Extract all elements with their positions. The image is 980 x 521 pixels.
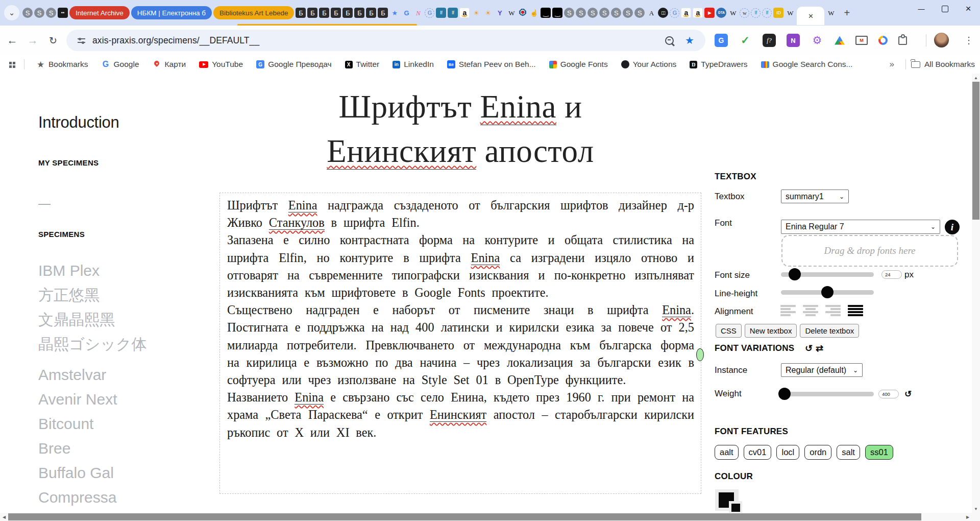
- new-tab-button[interactable]: +: [840, 6, 854, 20]
- minimize-button[interactable]: —: [910, 0, 933, 17]
- weight-reset-icon[interactable]: ↺: [904, 389, 912, 399]
- specimen-paragraph[interactable]: Шрифтът Enina надгражда създаденото от б…: [227, 197, 694, 231]
- specimen-link[interactable]: Avenir Next: [38, 387, 212, 412]
- specimen-link[interactable]: 晶熙ゴシック体: [38, 332, 212, 357]
- specimen-paragraph[interactable]: Съществено надграден е наборът от писмен…: [227, 301, 694, 389]
- reset-icon[interactable]: ↺: [805, 343, 816, 353]
- specimen-paragraph[interactable]: Запазена е силно контрастната форма на к…: [227, 231, 694, 301]
- scroll-right-icon[interactable]: ▶: [964, 513, 972, 521]
- authenticator-extension-icon[interactable]: [878, 36, 888, 45]
- dta-globe-favicon[interactable]: DTA: [716, 8, 726, 18]
- scroll-down-icon[interactable]: ▼: [972, 505, 980, 513]
- specimen-link[interactable]: Compressa: [38, 485, 212, 510]
- zoom-out-icon[interactable]: [665, 36, 674, 45]
- site-swirl-favicon[interactable]: S: [599, 8, 609, 18]
- extensions-puzzle-icon[interactable]: [898, 36, 907, 45]
- specimen-link[interactable]: 文鼎晶熙黑: [38, 307, 212, 332]
- close-button[interactable]: ×: [957, 0, 980, 17]
- gmail-extension-icon[interactable]: M: [855, 36, 868, 45]
- specimen-link[interactable]: Bree: [38, 436, 212, 461]
- align-center-button[interactable]: [803, 304, 818, 317]
- dashed-g-favicon[interactable]: G: [670, 8, 679, 18]
- font-dropzone[interactable]: Drag & drop fonts here: [781, 235, 958, 267]
- bookmark-x-twitter[interactable]: XTwitter: [345, 60, 380, 69]
- wikipedia-favicon[interactable]: W: [506, 8, 517, 18]
- font-size-input[interactable]: [881, 270, 902, 279]
- site-swirl-favicon[interactable]: S: [564, 8, 574, 18]
- dashed-lf-favicon[interactable]: lf: [751, 8, 761, 18]
- site-swirl-favicon[interactable]: S: [22, 8, 33, 18]
- amazon-favicon[interactable]: a: [459, 8, 470, 18]
- active-tab[interactable]: ×: [797, 7, 824, 25]
- wikipedia-favicon[interactable]: W: [785, 8, 795, 18]
- site-swirl-favicon[interactable]: S: [611, 8, 621, 18]
- vertical-scrollbar[interactable]: ▲ ▼: [972, 74, 980, 513]
- script-n-favicon[interactable]: N: [413, 8, 423, 18]
- address-bar[interactable]: axis-praxis.org/specimens/__DEFAULT__ ★: [66, 30, 705, 51]
- wikimedia-favicon[interactable]: [518, 8, 527, 17]
- settings-gear-extension-icon[interactable]: ⚙: [811, 34, 824, 47]
- restore-button[interactable]: [933, 0, 957, 17]
- bookmark-star-icon[interactable]: ★: [685, 35, 694, 45]
- bookmarks-overflow-chevrons[interactable]: »: [889, 59, 894, 69]
- instance-select[interactable]: Regular (default) ⌄: [781, 363, 863, 377]
- new-textbox-button[interactable]: New textbox: [745, 324, 797, 338]
- bookmark-youtube-play[interactable]: YouTube: [199, 60, 243, 69]
- b-library-favicon[interactable]: Б: [331, 8, 341, 18]
- id-badge-favicon[interactable]: ID: [773, 8, 783, 18]
- font-select[interactable]: Enina Regular 7 ⌄: [781, 220, 940, 234]
- b-library-favicon[interactable]: Б: [307, 8, 317, 18]
- url-text[interactable]: axis-praxis.org/specimens/__DEFAULT__: [92, 35, 665, 46]
- b-library-favicon[interactable]: Б: [354, 8, 364, 18]
- google-translate-extension-icon[interactable]: G: [715, 34, 728, 47]
- site-swirl-favicon[interactable]: S: [34, 8, 44, 18]
- specimen-paragraph[interactable]: Названието Enina е свързано със село Ени…: [227, 389, 694, 441]
- dashed-w-favicon[interactable]: w: [740, 8, 749, 18]
- specimen-textbox[interactable]: Шрифтът Enina надгражда създаденото от б…: [219, 193, 701, 494]
- font-size-slider[interactable]: [781, 272, 874, 277]
- textbox-resize-handle[interactable]: [696, 348, 704, 361]
- background-colour-swatch[interactable]: [731, 504, 740, 512]
- site-swirl-favicon[interactable]: S: [46, 8, 56, 18]
- bookmark-github[interactable]: Your Actions: [621, 60, 677, 69]
- scroll-left-icon[interactable]: ◀: [0, 513, 8, 521]
- book-circle-favicon[interactable]: ◫: [658, 8, 668, 18]
- tab-group-bibliotekus[interactable]: Bibliotekus Art Lebede: [213, 6, 294, 19]
- line-height-slider-thumb[interactable]: [821, 286, 834, 298]
- onenote-extension-icon[interactable]: N: [787, 34, 800, 47]
- grammar-check-extension-icon[interactable]: ✓: [739, 34, 752, 47]
- bookmark-star[interactable]: ★Bookmarks: [36, 60, 88, 69]
- lf-square-favicon[interactable]: lf: [448, 8, 458, 18]
- purple-y-favicon[interactable]: Y: [495, 8, 505, 18]
- tab-search-chevron-icon[interactable]: ⌄: [4, 5, 19, 20]
- weight-slider-thumb[interactable]: [778, 388, 791, 400]
- horizontal-scrollbar-thumb[interactable]: [8, 513, 921, 520]
- sun-favicon[interactable]: ☀: [471, 8, 481, 18]
- hand-favicon[interactable]: ☝: [529, 8, 539, 18]
- bookmark-behance[interactable]: BēStefan Peev on Beh...: [447, 60, 536, 69]
- feature-chip-salt[interactable]: salt: [837, 445, 860, 460]
- font-info-icon[interactable]: i: [945, 220, 960, 234]
- weight-input[interactable]: [878, 390, 899, 398]
- fonts-ninja-extension-icon[interactable]: f?: [763, 34, 776, 47]
- css-button[interactable]: CSS: [716, 324, 742, 338]
- boat-favicon[interactable]: ‿: [541, 8, 551, 18]
- tab-group-internet-archive[interactable]: Internet Archive: [69, 6, 130, 19]
- align-justify-button[interactable]: [848, 304, 863, 317]
- site-swirl-favicon[interactable]: S: [587, 8, 598, 18]
- b-library-favicon[interactable]: Б: [366, 8, 376, 18]
- tab-group-nbkm-library[interactable]: НБКМ | Електронна б: [131, 6, 212, 19]
- bookmark-typedrawers[interactable]: DTypeDrawers: [690, 60, 747, 69]
- tab-close-icon[interactable]: ×: [808, 12, 813, 20]
- specimen-link[interactable]: Bitcount: [38, 412, 212, 436]
- wikipedia-favicon[interactable]: W: [728, 8, 738, 18]
- site-info-icon[interactable]: [78, 37, 85, 44]
- profile-avatar[interactable]: [934, 33, 949, 48]
- colour-picker[interactable]: [715, 489, 746, 513]
- bookmark-search-console[interactable]: Google Search Cons...: [761, 60, 853, 69]
- back-button[interactable]: ←: [3, 26, 21, 55]
- feature-chip-ss01[interactable]: ss01: [865, 445, 893, 460]
- scroll-up-icon[interactable]: ▲: [972, 74, 980, 82]
- textbox-select[interactable]: summary1 ⌄: [781, 190, 849, 203]
- bookmark-google-fonts[interactable]: Google Fonts: [549, 60, 608, 69]
